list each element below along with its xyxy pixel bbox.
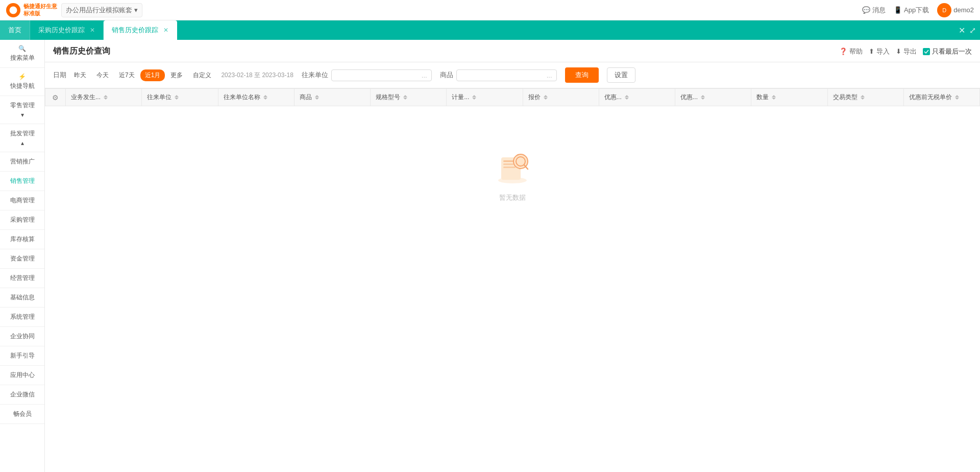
partner-filter-group: 往来单位 ... [302, 69, 432, 81]
sort-unit-icon[interactable] [472, 95, 476, 100]
sort-partner-code-icon[interactable] [175, 95, 179, 100]
checkbox-checked-icon [923, 48, 930, 55]
chevron-up-icon: ▴ [21, 139, 24, 147]
sort-partner-name-icon[interactable] [263, 95, 267, 100]
date-filter-label: 日期 [53, 70, 66, 80]
sidebar-item-retail-mgmt[interactable]: 零售管理 ▾ [0, 96, 44, 124]
sort-spec-icon[interactable] [403, 95, 407, 100]
date-filter-group: 日期 昨天 今天 近7天 近1月 更多 自定义 2023-02-18 至 202… [53, 69, 293, 81]
sidebar-item-inventory-mgmt[interactable]: 库存核算 [0, 230, 44, 249]
table-header-row: ⚙ 业务发生... 往来单位 [45, 89, 980, 106]
goods-input[interactable] [461, 72, 547, 79]
empty-state: 暂无数据 [45, 106, 980, 243]
search-icon: 🔍 [18, 45, 26, 52]
th-discount1: 优惠... [599, 89, 675, 106]
date-buttons: 昨天 今天 近7天 近1月 更多 自定义 [69, 69, 216, 81]
th-goods: 商品 [294, 89, 370, 106]
empty-icon [492, 147, 533, 188]
th-trade-type: 交易类型 [827, 89, 903, 106]
app-selector[interactable]: 办公用品行业模拟账套 ▾ [61, 3, 142, 17]
sidebar-item-member[interactable]: 畅会员 [0, 405, 44, 424]
sidebar-item-enterprise-coop[interactable]: 企业协同 [0, 327, 44, 346]
tab-home[interactable]: 首页 [0, 20, 30, 40]
goods-input-dots[interactable]: ... [547, 72, 552, 79]
only-last-checkbox[interactable]: 只看最后一次 [923, 47, 972, 56]
sidebar-item-wholesale-mgmt[interactable]: 批发管理 ▴ [0, 124, 44, 152]
sidebar-item-basic-info[interactable]: 基础信息 [0, 288, 44, 308]
maximize-window-button[interactable]: ⤢ [969, 26, 976, 35]
th-qty: 数量 [751, 89, 827, 106]
settings-icon[interactable]: ⚙ [52, 93, 59, 102]
top-bar-left: 畅捷通好生意 标准版 办公用品行业模拟账套 ▾ [6, 3, 142, 17]
sidebar-item-search-menu[interactable]: 🔍 搜索菜单 [0, 40, 44, 68]
svg-rect-4 [503, 163, 513, 165]
tabs-bar-right: ✕ ⤢ [959, 26, 980, 35]
sales-history-tab-close[interactable]: ✕ [163, 27, 168, 34]
date-1month-btn[interactable]: 近1月 [140, 69, 165, 81]
sort-goods-icon[interactable] [315, 95, 319, 100]
sidebar-item-app-center[interactable]: 应用中心 [0, 366, 44, 385]
sidebar: 🔍 搜索菜单 ⚡ 快捷导航 零售管理 ▾ 批发管理 ▴ 营销推广 销售管理 电商… [0, 40, 45, 472]
sidebar-item-enterprise-wechat[interactable]: 企业微信 [0, 385, 44, 405]
sort-trade-type-icon[interactable] [861, 95, 865, 100]
logo-icon [6, 3, 20, 17]
purchase-history-tab-close[interactable]: ✕ [90, 27, 95, 34]
partner-input[interactable] [336, 72, 422, 79]
th-quote: 报价 [523, 89, 599, 106]
sidebar-item-sales-mgmt[interactable]: 销售管理 [0, 172, 44, 191]
sidebar-item-purchase-mgmt[interactable]: 采购管理 [0, 210, 44, 230]
th-unit: 计量... [447, 89, 523, 106]
partner-input-dots[interactable]: ... [422, 72, 427, 79]
sidebar-item-sys-mgmt[interactable]: 系统管理 [0, 308, 44, 327]
import-button[interactable]: ⬆ 导入 [869, 47, 890, 56]
export-icon: ⬇ [896, 48, 901, 55]
th-biz-date: 业务发生... [66, 89, 142, 106]
sidebar-item-quick-nav[interactable]: ⚡ 快捷导航 [0, 68, 44, 96]
app-download-button[interactable]: 📱 App下载 [894, 6, 929, 15]
th-partner-name: 往来单位名称 [218, 89, 294, 106]
th-pre-tax-price: 优惠前无税单价 [903, 89, 979, 106]
sidebar-item-marketing[interactable]: 营销推广 [0, 152, 44, 172]
sales-history-tab-label: 销售历史价跟踪 [112, 26, 158, 35]
sidebar-item-finance-mgmt[interactable]: 资金管理 [0, 249, 44, 269]
logo-area: 畅捷通好生意 标准版 [6, 3, 57, 17]
goods-filter-group: 商品 ... [440, 69, 557, 81]
tab-purchase-history[interactable]: 采购历史价跟踪 ✕ [30, 20, 104, 40]
svg-rect-5 [503, 167, 516, 168]
close-window-button[interactable]: ✕ [959, 26, 965, 35]
sort-qty-icon[interactable] [772, 95, 776, 100]
main-layout: 🔍 搜索菜单 ⚡ 快捷导航 零售管理 ▾ 批发管理 ▴ 营销推广 销售管理 电商… [0, 40, 980, 472]
th-discount2: 优惠... [675, 89, 751, 106]
logo-text: 畅捷通好生意 标准版 [23, 3, 57, 16]
date-custom-btn[interactable]: 自定义 [188, 69, 216, 81]
setting-button[interactable]: 设置 [607, 67, 635, 83]
sort-quote-icon[interactable] [544, 95, 548, 100]
table-area: ⚙ 业务发生... 往来单位 [45, 88, 980, 472]
empty-text: 暂无数据 [499, 193, 526, 202]
th-settings: ⚙ [45, 89, 66, 106]
user-menu-button[interactable]: D demo2 [937, 3, 974, 17]
export-button[interactable]: ⬇ 导出 [896, 47, 917, 56]
sort-pre-tax-price-icon[interactable] [955, 95, 959, 100]
date-more-btn[interactable]: 更多 [166, 69, 187, 81]
date-today-btn[interactable]: 今天 [92, 69, 113, 81]
tab-sales-history[interactable]: 销售历史价跟踪 ✕ [104, 20, 177, 40]
sort-biz-date-icon[interactable] [104, 95, 108, 100]
help-icon: ❓ [839, 48, 847, 55]
table-header: ⚙ 业务发生... 往来单位 [45, 89, 980, 106]
import-icon: ⬆ [869, 48, 874, 55]
sort-discount1-icon[interactable] [625, 95, 629, 100]
sidebar-item-ops-mgmt[interactable]: 经营管理 [0, 269, 44, 288]
page-title: 销售历史价查询 [53, 46, 110, 57]
purchase-history-tab-label: 采购历史价跟踪 [38, 26, 85, 35]
sidebar-item-new-guide[interactable]: 新手引导 [0, 346, 44, 366]
message-button[interactable]: 💬 消息 [862, 6, 886, 15]
sidebar-item-ecommerce-mgmt[interactable]: 电商管理 [0, 191, 44, 210]
home-tab-label: 首页 [8, 26, 21, 35]
date-7days-btn[interactable]: 近7天 [114, 69, 139, 81]
help-button[interactable]: ❓ 帮助 [839, 47, 863, 56]
query-button[interactable]: 查询 [565, 67, 599, 83]
empty-illustration [492, 147, 533, 188]
date-yesterday-btn[interactable]: 昨天 [69, 69, 91, 81]
sort-discount2-icon[interactable] [701, 95, 705, 100]
